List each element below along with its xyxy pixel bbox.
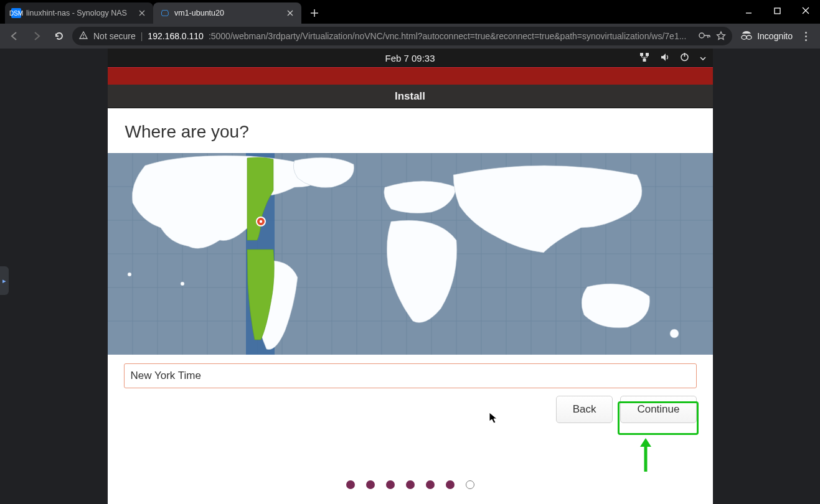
- forward-button[interactable]: [27, 27, 46, 45]
- progress-dot: [446, 480, 455, 489]
- timezone-input[interactable]: [124, 363, 697, 388]
- page-content: ▸ Feb 7 09:33 Install: [0, 49, 820, 504]
- browser-tab-inactive[interactable]: DSM linuxhint-nas - Synology NAS: [5, 2, 153, 24]
- window-maximize-button[interactable]: [763, 0, 791, 21]
- volume-icon[interactable]: [660, 53, 670, 63]
- tab-title: vm1-ubuntu20: [174, 9, 285, 17]
- window-title-bar: Install: [108, 85, 713, 108]
- progress-dot: [406, 480, 415, 489]
- page-heading: Where are you?: [108, 108, 713, 153]
- svg-point-12: [699, 33, 704, 38]
- progress-dot: [346, 480, 355, 489]
- back-button[interactable]: Back: [556, 396, 613, 423]
- tab-close-icon[interactable]: [285, 8, 295, 18]
- star-bookmark-icon[interactable]: [716, 30, 726, 42]
- progress-dot: [366, 480, 375, 489]
- browser-menu-button[interactable]: [800, 32, 811, 41]
- network-icon[interactable]: [639, 52, 650, 64]
- back-label: Back: [573, 403, 596, 416]
- svg-rect-19: [646, 53, 649, 56]
- incognito-badge[interactable]: Incognito: [740, 30, 793, 43]
- tab-title: linuxhint-nas - Synology NAS: [26, 9, 137, 17]
- vnc-favicon-icon: 🖵: [159, 8, 169, 18]
- new-tab-button[interactable]: [305, 4, 324, 22]
- svg-point-17: [747, 35, 752, 39]
- ubiquity-accent-bar: [108, 67, 713, 85]
- progress-dot-upcoming: [466, 480, 474, 489]
- reload-button[interactable]: [50, 27, 68, 45]
- address-path: :5000/webman/3rdparty/Virtualization/noV…: [209, 31, 694, 41]
- progress-dot: [426, 480, 435, 489]
- svg-point-57: [670, 329, 679, 338]
- svg-rect-1: [775, 8, 780, 14]
- svg-point-16: [742, 35, 747, 39]
- vm-screen: Feb 7 09:33 Install Where are y: [108, 49, 713, 504]
- security-label: Not secure: [93, 31, 136, 41]
- incognito-label: Incognito: [757, 31, 793, 41]
- timezone-map[interactable]: [108, 153, 713, 355]
- power-icon[interactable]: [680, 52, 689, 63]
- svg-point-58: [181, 282, 184, 286]
- annotation-arrow-icon: [638, 437, 653, 474]
- novnc-panel-handle[interactable]: ▸: [0, 266, 9, 295]
- back-button[interactable]: [5, 27, 24, 45]
- continue-button[interactable]: Continue: [620, 396, 696, 423]
- svg-rect-20: [643, 58, 646, 62]
- incognito-icon: [740, 30, 753, 43]
- browser-tab-active[interactable]: 🖵 vm1-ubuntu20: [153, 2, 301, 24]
- svg-point-11: [83, 37, 84, 38]
- window-close-button[interactable]: [791, 0, 820, 21]
- continue-label: Continue: [637, 403, 679, 416]
- chevron-down-icon[interactable]: [699, 53, 707, 63]
- clock: Feb 7 09:33: [385, 53, 435, 63]
- progress-dot: [386, 480, 395, 489]
- browser-toolbar: Not secure | 192.168.0.110:5000/webman/3…: [0, 24, 820, 49]
- not-secure-icon: [78, 30, 88, 42]
- svg-point-61: [259, 220, 262, 223]
- progress-dots: [108, 480, 713, 489]
- address-host: 192.168.0.110: [148, 31, 204, 41]
- key-icon[interactable]: [699, 31, 711, 42]
- mouse-cursor-icon: [489, 412, 499, 427]
- svg-rect-18: [640, 53, 643, 56]
- tab-close-icon[interactable]: [137, 8, 147, 18]
- address-bar[interactable]: Not secure | 192.168.0.110:5000/webman/3…: [72, 27, 732, 45]
- window-title: Install: [395, 90, 425, 103]
- installer-panel: Where are you?: [108, 108, 713, 504]
- location-marker-icon: [257, 217, 265, 226]
- gnome-top-bar: Feb 7 09:33: [108, 49, 713, 67]
- window-minimize-button[interactable]: [734, 0, 763, 21]
- browser-tab-strip: DSM linuxhint-nas - Synology NAS 🖵 vm1-u…: [0, 0, 820, 24]
- svg-point-59: [128, 273, 131, 276]
- synology-favicon-icon: DSM: [11, 8, 21, 18]
